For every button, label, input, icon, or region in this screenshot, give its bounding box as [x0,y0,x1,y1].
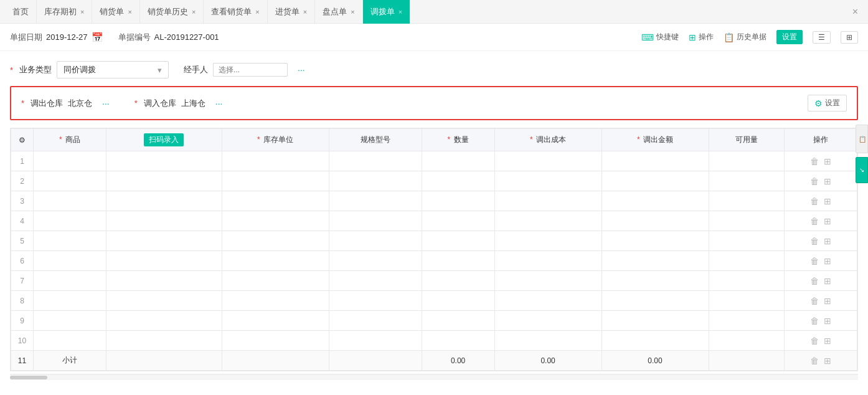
horizontal-scrollbar[interactable] [10,374,858,380]
tab-sales-order[interactable]: 销货单 × [92,0,139,24]
delete-icon-3[interactable]: 🗑 [810,196,819,206]
close-inventory-count[interactable]: × [351,8,354,16]
copy-icon-8[interactable]: ⊞ [824,296,831,306]
copy-icon-7[interactable]: ⊞ [824,276,831,286]
row-num-5: 5 [11,231,34,251]
calendar-icon[interactable]: 📅 [92,32,103,43]
history-btn[interactable]: 📋 历史单据 [724,32,767,42]
delete-icon-1[interactable]: 🗑 [810,156,819,166]
goods-cell-7[interactable] [34,271,106,291]
delete-icon-2[interactable]: 🗑 [810,176,819,186]
cost-cell-8[interactable] [494,291,601,311]
tab-inventory-init[interactable]: 库存期初 × [37,0,92,24]
copy-icon-11[interactable]: ⊞ [824,356,831,366]
amount-cell-4[interactable] [601,211,709,231]
export-panel-btn[interactable]: ↗ [856,157,868,183]
qty-cell-2[interactable] [422,171,494,191]
copy-icon-9[interactable]: ⊞ [824,316,831,326]
copy-icon-10[interactable]: ⊞ [824,336,831,346]
operation-btn[interactable]: ⊞ 操作 [689,32,714,42]
scroll-thumb[interactable] [10,376,47,379]
amount-cell-7[interactable] [601,271,709,291]
amount-cell-8[interactable] [601,291,709,311]
qty-cell-3[interactable] [422,191,494,211]
amount-cell-9[interactable] [601,311,709,331]
business-type-select[interactable]: 同价调拨 ▾ [57,61,169,79]
delete-icon-4[interactable]: 🗑 [810,216,819,226]
tab-home[interactable]: 首页 [5,0,37,24]
goods-cell-9[interactable] [34,311,106,331]
tab-transfer[interactable]: 调拨单 × [363,0,410,24]
qty-cell-5[interactable] [422,231,494,251]
col-header-scan[interactable]: 扫码录入 [106,129,222,151]
qty-cell-7[interactable] [422,271,494,291]
delete-icon-6[interactable]: 🗑 [810,256,819,266]
close-transfer[interactable]: × [399,8,402,16]
close-view-sales[interactable]: × [255,8,259,16]
goods-cell-6[interactable] [34,251,106,271]
close-inventory-init[interactable]: × [80,8,84,16]
qty-cell-4[interactable] [422,211,494,231]
delete-icon-8[interactable]: 🗑 [810,296,819,306]
gear-header-icon[interactable]: ⚙ [19,136,26,145]
amount-cell-1[interactable] [601,151,709,171]
cost-cell-1[interactable] [494,151,601,171]
col-header-gear[interactable]: ⚙ [11,129,34,151]
settings-btn-header[interactable]: 设置 [776,30,803,44]
transfer-out-more-icon[interactable]: ··· [102,98,110,108]
delete-icon-9[interactable]: 🗑 [810,316,819,326]
copy-icon-4[interactable]: ⊞ [824,216,831,226]
cost-cell-7[interactable] [494,271,601,291]
amount-cell-6[interactable] [601,251,709,271]
goods-cell-3[interactable] [34,191,106,211]
amount-cell-2[interactable] [601,171,709,191]
cost-cell-2[interactable] [494,171,601,191]
qty-cell-9[interactable] [422,311,494,331]
delete-icon-10[interactable]: 🗑 [810,336,819,346]
qty-cell-1[interactable] [422,151,494,171]
cost-cell-3[interactable] [494,191,601,211]
goods-cell-4[interactable] [34,211,106,231]
column-settings-btn[interactable]: ⚙ 设置 [808,95,847,112]
operator-input[interactable] [213,63,288,77]
copy-icon-1[interactable]: ⊞ [824,156,831,166]
tab-inventory-count[interactable]: 盘点单 × [315,0,362,24]
qty-cell-8[interactable] [422,291,494,311]
cost-cell-6[interactable] [494,251,601,271]
qty-cell-10[interactable] [422,331,494,351]
copy-icon-5[interactable]: ⊞ [824,236,831,246]
qty-cell-6[interactable] [422,251,494,271]
operator-more-icon[interactable]: ··· [298,65,305,75]
delete-icon-7[interactable]: 🗑 [810,276,819,286]
copy-icon-6[interactable]: ⊞ [824,256,831,266]
amount-cell-5[interactable] [601,231,709,251]
tab-purchase[interactable]: 进货单 × [268,0,315,24]
goods-cell-5[interactable] [34,231,106,251]
goods-cell-8[interactable] [34,291,106,311]
cost-cell-5[interactable] [494,231,601,251]
copy-icon-3[interactable]: ⊞ [824,196,831,206]
delete-icon-11[interactable]: 🗑 [810,356,819,366]
goods-cell-2[interactable] [34,171,106,191]
goods-cell-1[interactable] [34,151,106,171]
amount-cell-3[interactable] [601,191,709,211]
amount-cell-10[interactable] [601,331,709,351]
cost-cell-10[interactable] [494,331,601,351]
cost-cell-4[interactable] [494,211,601,231]
scan-button[interactable]: 扫码录入 [144,133,184,146]
shortcut-btn[interactable]: ⌨ 快捷键 [641,32,679,42]
close-sales-order[interactable]: × [128,8,131,16]
goods-cell-10[interactable] [34,331,106,351]
cost-cell-9[interactable] [494,311,601,331]
tab-sales-history[interactable]: 销货单历史 × [140,0,204,24]
delete-icon-5[interactable]: 🗑 [810,236,819,246]
close-sales-history[interactable]: × [192,8,196,16]
close-purchase[interactable]: × [303,8,307,16]
tab-view-sales[interactable]: 查看销货单 × [204,0,267,24]
transfer-in-more-icon[interactable]: ··· [215,98,223,108]
view-toggle-grid[interactable]: ⊞ [841,31,858,44]
close-all-tabs[interactable]: × [847,6,863,17]
copy-icon-2[interactable]: ⊞ [824,176,831,186]
note-panel-btn[interactable]: 📋 [856,125,868,153]
view-toggle-list[interactable]: ☰ [813,31,831,44]
